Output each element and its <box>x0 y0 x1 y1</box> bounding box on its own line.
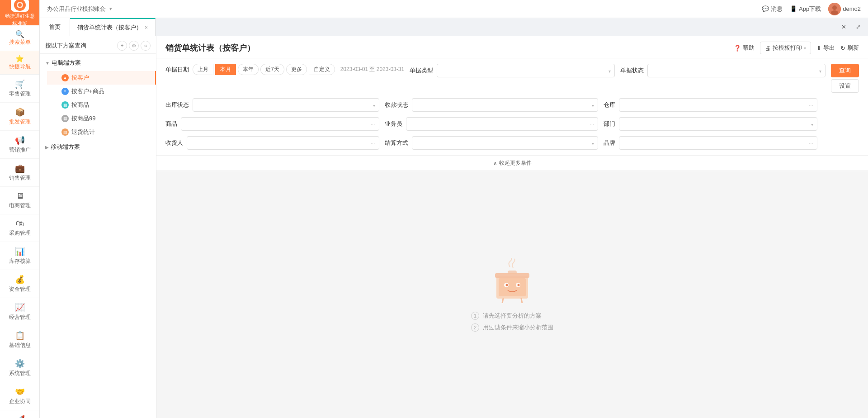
sidebar-item-finance-mgmt[interactable]: 💰 资金管理 <box>0 270 39 298</box>
doc-type-select[interactable] <box>437 64 615 77</box>
tab-close-icon[interactable]: × <box>145 24 148 31</box>
sidebar-item-ecommerce-mgmt[interactable]: 🖥 电商管理 <box>0 187 39 214</box>
inventory-icon: 📊 <box>15 247 25 256</box>
collect-status-select[interactable] <box>412 98 599 112</box>
by-customer-product-icon: ≡ <box>61 88 69 95</box>
product-label: 商品 <box>165 120 177 128</box>
sidebar-item-search-menu[interactable]: 🔍 搜索菜单 <box>0 25 39 51</box>
wholesale-icon: 📦 <box>15 107 25 117</box>
doc-status-dropdown-icon <box>819 67 821 74</box>
app-download-icon: 📱 <box>790 5 797 12</box>
collect-status-dropdown-icon <box>592 102 594 109</box>
desktop-scheme-label: 电脑端方案 <box>52 59 81 67</box>
doc-status-select[interactable] <box>647 64 826 77</box>
app-download-btn[interactable]: 📱 App下载 <box>790 5 821 13</box>
main-area: 办公用品行业模拟账套 ▾ 💬 消息 📱 App下载 demo2 首页 <box>40 0 868 418</box>
expand-icon: ⤢ <box>856 24 861 30</box>
settings-scheme-button[interactable]: ⚙ <box>129 41 139 51</box>
collapse-icon: « <box>144 43 147 49</box>
salesperson-select[interactable]: ··· <box>406 117 599 131</box>
message-btn[interactable]: 💬 消息 <box>762 5 783 13</box>
this-year-btn[interactable]: 本年 <box>238 64 259 75</box>
custom-btn[interactable]: 自定义 <box>309 64 335 75</box>
hint-text-1: 请先选择要分析的方案 <box>483 312 542 320</box>
help-icon: ❓ <box>734 45 741 52</box>
sidebar-item-shortcut-nav-label: 快捷导航 <box>2 63 38 71</box>
sidebar-item-enterprise-collab[interactable]: 🤝 企业协同 <box>0 382 39 410</box>
empty-hint-2: 2 用过滤条件来缩小分析范围 <box>471 323 553 332</box>
logo-icon <box>11 0 29 12</box>
sidebar-item-marketing[interactable]: 📢 营销推广 <box>0 131 39 159</box>
sidebar-item-system-mgmt-label: 系统管理 <box>9 370 31 377</box>
scheme-item-by-product[interactable]: ▦ 按商品 <box>47 98 156 112</box>
hint-num-2: 2 <box>471 323 479 332</box>
mobile-scheme-group-header[interactable]: ▶ 移动端方案 <box>40 141 156 153</box>
desktop-scheme-group-header[interactable]: ▼ 电脑端方案 <box>40 57 156 69</box>
avatar <box>828 3 841 15</box>
scheme-item-by-customer[interactable]: ● 按客户 <box>47 71 156 85</box>
tab-home-label: 首页 <box>49 23 61 31</box>
sidebar-item-shortcut-nav[interactable]: ⭐ 快捷导航 <box>0 51 39 75</box>
account-selector[interactable]: 办公用品行业模拟账套 <box>47 5 106 13</box>
ops-icon: 📈 <box>15 303 25 313</box>
window-expand-button[interactable]: ⤢ <box>852 21 864 33</box>
scheme-item-by-customer-product[interactable]: ≡ 按客户+商品 <box>47 85 156 98</box>
window-close-button[interactable]: ✕ <box>837 21 850 33</box>
svg-line-14 <box>521 299 522 303</box>
return-stats-icon: ▤ <box>61 128 69 136</box>
export-button[interactable]: ⬇ 导出 <box>816 44 835 52</box>
collapse-bar[interactable]: ∧ 收起更多条件 <box>156 155 868 171</box>
collapse-panel-button[interactable]: « <box>141 41 151 51</box>
recipient-select[interactable]: ··· <box>187 136 379 150</box>
purchase-icon: 🛍 <box>16 219 24 228</box>
brand-select[interactable]: ··· <box>619 136 817 150</box>
help-button[interactable]: ❓ 帮助 <box>734 44 755 52</box>
payment-method-label: 结算方式 <box>385 139 408 147</box>
sidebar-item-ops-mgmt[interactable]: 📈 经营管理 <box>0 298 39 326</box>
empty-state: 1 请先选择要分析的方案 2 用过滤条件来缩小分析范围 <box>156 171 868 418</box>
sidebar-item-sales-mgmt-label: 销售管理 <box>9 174 31 182</box>
sidebar-item-retail-mgmt[interactable]: 🛒 零售管理 <box>0 75 39 103</box>
recent7-btn[interactable]: 近7天 <box>260 64 284 75</box>
topbar-right: 💬 消息 📱 App下载 demo2 <box>762 3 861 15</box>
app-download-label: App下载 <box>799 5 821 13</box>
payment-method-select[interactable] <box>412 136 599 150</box>
sidebar-item-retail-mgmt-label: 零售管理 <box>9 90 31 98</box>
sidebar-item-wholesale-mgmt[interactable]: 📦 批发管理 <box>0 103 39 131</box>
this-month-btn[interactable]: 本月 <box>215 64 236 75</box>
account-dropdown-icon[interactable]: ▾ <box>109 6 112 12</box>
sidebar-item-new-guide[interactable]: 🚀 新手引导 <box>0 410 39 418</box>
product-select[interactable]: ··· <box>181 117 379 131</box>
warehouse-select[interactable]: ··· <box>619 98 817 112</box>
prev-month-btn[interactable]: 上月 <box>193 64 213 75</box>
out-status-select[interactable] <box>193 98 379 112</box>
message-label: 消息 <box>771 5 783 13</box>
department-select[interactable] <box>619 117 817 131</box>
refresh-icon: ↻ <box>840 45 845 52</box>
topbar-left: 办公用品行业模拟账套 ▾ <box>47 5 112 13</box>
app-name: 畅捷通好生意 <box>5 13 35 19</box>
query-button[interactable]: 查询 <box>831 64 859 77</box>
print-button[interactable]: 🖨 按模板打印 ▾ <box>760 42 811 54</box>
sidebar-item-search-menu-label: 搜索菜单 <box>2 38 38 46</box>
doc-type-dropdown-icon <box>609 67 611 74</box>
scheme-item-by-product-99[interactable]: ▦ 按商品99 <box>47 112 156 125</box>
sidebar-item-purchase-mgmt[interactable]: 🛍 采购管理 <box>0 214 39 242</box>
date-filter-group: 上月 本月 本年 近7天 更多 自定义 <box>193 64 335 75</box>
add-scheme-button[interactable]: + <box>117 41 127 51</box>
sidebar-item-inventory-check[interactable]: 📊 库存核算 <box>0 242 39 270</box>
tab-actions: ✕ ⤢ <box>837 21 868 33</box>
more-btn[interactable]: 更多 <box>286 64 307 75</box>
salesperson-label: 业务员 <box>385 120 402 128</box>
svg-point-10 <box>518 284 520 286</box>
user-profile-btn[interactable]: demo2 <box>828 3 861 15</box>
sidebar-item-basic-info[interactable]: 📋 基础信息 <box>0 326 39 354</box>
settings-button[interactable]: 设置 <box>831 79 859 93</box>
refresh-button[interactable]: ↻ 刷新 <box>840 44 859 52</box>
sidebar-item-system-mgmt[interactable]: ⚙️ 系统管理 <box>0 354 39 382</box>
tab-sales-stats[interactable]: 销货单统计表（按客户） × <box>70 18 156 36</box>
scheme-item-return-stats[interactable]: ▤ 退货统计 <box>47 125 156 139</box>
right-content: 销货单统计表（按客户） ❓ 帮助 🖨 按模板打印 ▾ ⬇ <box>156 36 868 418</box>
tab-home[interactable]: 首页 <box>40 18 70 36</box>
sidebar-item-sales-mgmt[interactable]: 💼 销售管理 <box>0 159 39 187</box>
